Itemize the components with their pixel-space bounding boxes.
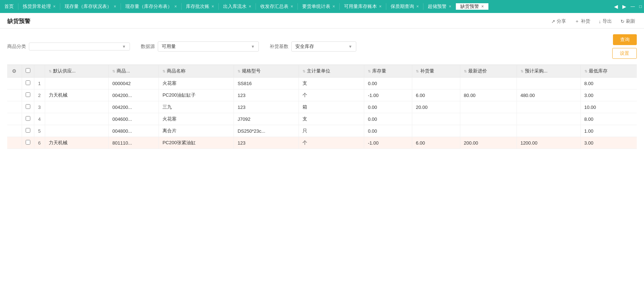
col-header-latest_price[interactable]: ⇅最新进价 — [460, 65, 517, 78]
col-header-estimated_purchase[interactable]: ⇅预计采购... — [517, 65, 580, 78]
tab-item-10[interactable]: 超储预警× — [423, 3, 456, 10]
gear-settings-icon[interactable]: ⚙ — [12, 68, 17, 74]
row-checkbox-1[interactable] — [26, 92, 30, 97]
row-check-5[interactable] — [22, 137, 34, 149]
row-check-1[interactable] — [22, 89, 34, 101]
tab-label-6: 收发存汇总表 — [260, 3, 288, 10]
table-row: 4004600...火花塞J7092支0.008.00 — [7, 113, 637, 125]
col-header-replenish[interactable]: ⇅补货量 — [412, 65, 460, 78]
replenish-select[interactable]: 安全库存 ▼ — [291, 41, 356, 52]
query-button[interactable]: 查询 — [613, 34, 637, 45]
export-icon: ↓ — [599, 19, 601, 24]
replenish-button[interactable]: ＋ 补货 — [573, 17, 592, 25]
tab-item-2[interactable]: 现存量（库存状况表）× — [60, 3, 121, 10]
col-header-code[interactable]: ⇅商品... — [109, 65, 159, 78]
tab-label-5: 出入库流水 — [223, 3, 247, 10]
tab-item-5[interactable]: 出入库流水× — [219, 3, 256, 10]
row-code-0: 0000042 — [109, 78, 159, 89]
col-header-check — [22, 65, 34, 78]
row-supplier-3 — [45, 113, 109, 125]
tab-item-3[interactable]: 现存量（库存分布表）× — [121, 3, 182, 10]
row-replenish-5: 6.00 — [412, 137, 460, 149]
tab-minimize-btn[interactable]: — — [628, 0, 637, 13]
row-num-2: 3 — [34, 101, 45, 113]
filter-area: 商品分类 ▼ 数据源 可用量 ▼ 补货基数 安全库存 ▼ 查询 设置 — [0, 28, 644, 62]
table-row: 3004200...三九123箱0.0020.0010.00 — [7, 101, 637, 113]
row-estimated_purchase-5: 1200.00 — [517, 137, 580, 149]
tab-maximize-btn[interactable]: □ — [637, 0, 644, 13]
tab-item-1[interactable]: 拣货异常处理× — [18, 3, 60, 10]
row-replenish-3 — [412, 113, 460, 125]
sort-icon-name: ⇅ — [162, 69, 165, 73]
datasource-select[interactable]: 可用量 ▼ — [158, 41, 259, 52]
tab-item-4[interactable]: 库存批次账× — [182, 3, 219, 10]
row-min_stock-3: 8.00 — [580, 113, 637, 125]
col-label-stock: 库存量 — [372, 68, 386, 74]
col-header-stock[interactable]: ⇅库存量 — [364, 65, 412, 78]
row-latest_price-0 — [460, 78, 517, 89]
col-header-supplier[interactable]: ⇅默认供应... — [45, 65, 109, 78]
row-num-3: 4 — [34, 113, 45, 125]
col-label-code: 商品... — [117, 68, 130, 74]
row-unit-2: 箱 — [299, 101, 364, 113]
row-name-5: PC200张紧油缸 — [159, 137, 234, 149]
tab-next-btn[interactable]: ▶ — [620, 0, 628, 13]
replenish-label: 补货基数 — [270, 43, 288, 50]
tab-close-9[interactable]: × — [416, 4, 419, 9]
tab-close-11[interactable]: × — [481, 4, 484, 9]
sort-icon-stock: ⇅ — [368, 69, 371, 73]
refresh-button[interactable]: ↻ 刷新 — [619, 17, 637, 25]
tab-item-6[interactable]: 收发存汇总表× — [256, 3, 298, 10]
tab-close-8[interactable]: × — [379, 4, 382, 9]
tab-close-3[interactable]: × — [174, 4, 177, 9]
col-header-min_stock[interactable]: ⇅最低库存 — [580, 65, 637, 78]
select-all-checkbox[interactable] — [26, 68, 30, 73]
row-checkbox-0[interactable] — [26, 80, 30, 85]
category-select[interactable]: ▼ — [29, 43, 130, 50]
row-check-0[interactable] — [22, 78, 34, 89]
tab-close-4[interactable]: × — [212, 4, 214, 9]
row-checkbox-2[interactable] — [26, 104, 30, 109]
row-checkbox-5[interactable] — [26, 140, 30, 145]
sort-icon-supplier: ⇅ — [49, 69, 52, 73]
col-header-spec[interactable]: ⇅规格型号 — [234, 65, 299, 78]
tab-item-11[interactable]: 缺货预警× — [456, 3, 488, 10]
row-num-0: 1 — [34, 78, 45, 89]
row-supplier-4 — [45, 125, 109, 137]
share-button[interactable]: ↗ 分享 — [550, 17, 567, 25]
tab-close-6[interactable]: × — [291, 4, 293, 9]
tab-close-2[interactable]: × — [114, 4, 116, 9]
col-label-estimated_purchase: 预计采购... — [525, 68, 548, 74]
row-name-4: 离合片 — [159, 125, 234, 137]
row-gear-3 — [7, 113, 22, 125]
tab-close-10[interactable]: × — [449, 4, 451, 9]
tab-prev-btn[interactable]: ◀ — [612, 0, 620, 13]
tab-item-7[interactable]: 要货单统计表× — [298, 3, 340, 10]
export-button[interactable]: ↓ 导出 — [597, 17, 614, 25]
tab-label-9: 保质期查询 — [391, 3, 414, 10]
tab-item-9[interactable]: 保质期查询× — [386, 3, 423, 10]
tab-close-7[interactable]: × — [332, 4, 335, 9]
col-header-name[interactable]: ⇅商品名称 — [159, 65, 234, 78]
row-replenish-1: 6.00 — [412, 89, 460, 101]
row-min_stock-2: 10.00 — [580, 101, 637, 113]
row-num-4: 5 — [34, 125, 45, 137]
datasource-chevron-down-icon: ▼ — [251, 44, 255, 49]
tab-close-1[interactable]: × — [53, 4, 56, 9]
row-check-2[interactable] — [22, 101, 34, 113]
row-check-3[interactable] — [22, 113, 34, 125]
main-content: 缺货预警 ↗ 分享 ＋ 补货 ↓ 导出 ↻ 刷新 商品分类 — [0, 13, 644, 287]
tab-label-8: 可用量库存账本 — [344, 3, 377, 10]
col-label-name: 商品名称 — [167, 68, 186, 74]
tab-item-0[interactable]: 首页 — [0, 3, 18, 10]
col-header-unit[interactable]: ⇅主计量单位 — [299, 65, 364, 78]
tab-close-5[interactable]: × — [249, 4, 251, 9]
table-row: 2力天机械004200...PC200油缸缸子123个-1.006.0080.0… — [7, 89, 637, 101]
tab-item-8[interactable]: 可用量库存账本× — [340, 3, 386, 10]
category-chevron-down-icon: ▼ — [122, 44, 126, 49]
row-check-4[interactable] — [22, 125, 34, 137]
replenish-icon: ＋ — [575, 18, 579, 25]
settings-button[interactable]: 设置 — [612, 48, 637, 59]
row-checkbox-4[interactable] — [26, 128, 30, 133]
row-checkbox-3[interactable] — [26, 116, 30, 121]
